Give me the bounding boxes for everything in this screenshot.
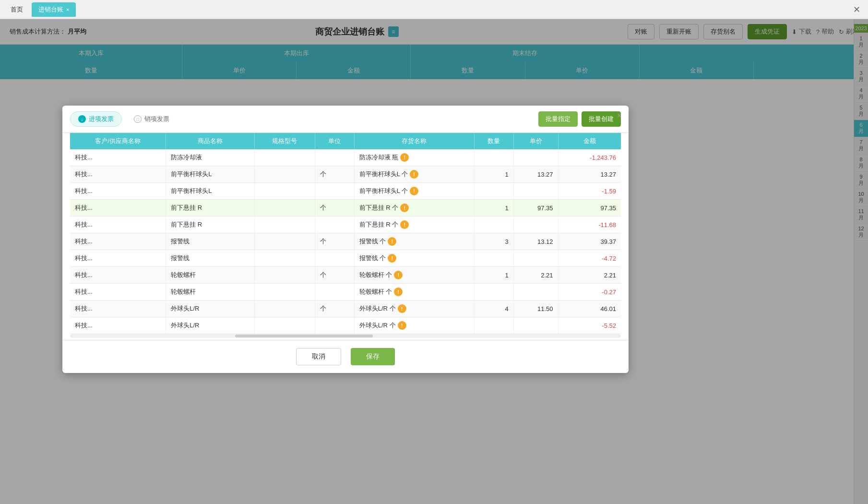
- col-unit: 单位: [315, 133, 355, 149]
- cell-unit: 个: [315, 200, 355, 216]
- warning-icon: !: [394, 288, 403, 296]
- cell-inventory: 外球头L/R 个!: [354, 300, 474, 317]
- cell-amount: -11.68: [558, 216, 621, 233]
- cell-product: 外球头L/R: [166, 300, 254, 317]
- cell-unit-price: 2.21: [513, 267, 558, 284]
- col-amount: 金额: [558, 133, 621, 149]
- cell-amount: 46.01: [558, 300, 621, 317]
- cell-product: 前下悬挂 R: [166, 200, 254, 216]
- cell-qty: 4: [475, 300, 514, 317]
- batch-create-button[interactable]: 批量创建: [582, 111, 621, 127]
- cell-company: 科技...: [70, 149, 166, 166]
- cell-unit: [315, 149, 355, 166]
- cell-unit: [315, 216, 355, 233]
- tab-ledger-label: 进销台账: [38, 5, 63, 14]
- modal-close-button[interactable]: ×: [617, 111, 622, 120]
- cell-unit-price: [513, 149, 558, 166]
- cell-inventory: 防冻冷却液 瓶!: [354, 149, 474, 166]
- cell-unit-price: 97.35: [513, 200, 558, 216]
- cell-qty: 1: [475, 267, 514, 284]
- table-row: 科技... 轮毂螺杆 轮毂螺杆 个! -0.27: [70, 284, 621, 300]
- warning-icon: !: [400, 220, 409, 229]
- cell-company: 科技...: [70, 317, 166, 334]
- tab-ledger-close[interactable]: ×: [66, 7, 69, 12]
- cell-spec: [254, 233, 315, 250]
- cell-qty: 3: [475, 233, 514, 250]
- cell-inventory: 报警线 个!: [354, 233, 474, 250]
- save-button[interactable]: 保存: [351, 348, 395, 365]
- cell-product: 轮毂螺杆: [166, 284, 254, 300]
- tab-incoming-invoice[interactable]: ↓ 进项发票: [70, 111, 122, 127]
- cell-amount: -4.72: [558, 250, 621, 267]
- cell-company: 科技...: [70, 267, 166, 284]
- cell-amount: 2.21: [558, 267, 621, 284]
- col-company: 客户/供应商名称: [70, 133, 166, 149]
- cancel-button[interactable]: 取消: [296, 348, 341, 365]
- cell-spec: [254, 216, 315, 233]
- cell-company: 科技...: [70, 200, 166, 216]
- warning-icon: !: [410, 187, 418, 195]
- cell-inventory: 前下悬挂 R 个!: [354, 200, 474, 216]
- cell-qty: [475, 216, 514, 233]
- tab-bar: 首页 进销台账 × ✕: [0, 0, 868, 19]
- tab-home[interactable]: 首页: [4, 2, 30, 17]
- warning-icon: !: [400, 204, 409, 212]
- window-close-button[interactable]: ✕: [849, 2, 864, 17]
- outgoing-tab-icon: □: [134, 115, 142, 123]
- cell-amount: -5.52: [558, 317, 621, 334]
- cell-unit-price: [513, 317, 558, 334]
- cell-amount: -1.59: [558, 183, 621, 200]
- invoice-table: 客户/供应商名称 商品名称 规格型号 单位 存货名称 数量 单价 金额 科技..…: [70, 133, 621, 334]
- table-row: 科技... 外球头L/R 个 外球头L/R 个! 4 11.50 46.01: [70, 300, 621, 317]
- warning-icon: !: [398, 304, 406, 313]
- table-scrollbar-thumb[interactable]: [235, 335, 373, 337]
- modal-table-container[interactable]: 客户/供应商名称 商品名称 规格型号 单位 存货名称 数量 单价 金额 科技..…: [62, 133, 629, 334]
- cell-spec: [254, 317, 315, 334]
- cell-product: 前下悬挂 R: [166, 216, 254, 233]
- table-row: 科技... 前下悬挂 R 前下悬挂 R 个! -11.68: [70, 216, 621, 233]
- batch-assign-button[interactable]: 批量指定: [538, 111, 578, 127]
- table-row: 科技... 前平衡杆球头L 个 前平衡杆球头L 个! 1 13.27 13.27: [70, 166, 621, 183]
- warning-icon: !: [400, 153, 409, 162]
- cell-amount: 39.37: [558, 233, 621, 250]
- cell-product: 前平衡杆球头L: [166, 166, 254, 183]
- warning-icon: !: [394, 271, 403, 279]
- cell-unit-price: 13.12: [513, 233, 558, 250]
- cell-company: 科技...: [70, 284, 166, 300]
- col-qty: 数量: [475, 133, 514, 149]
- cell-unit: [315, 250, 355, 267]
- cell-product: 轮毂螺杆: [166, 267, 254, 284]
- table-row: 科技... 防冻冷却液 防冻冷却液 瓶! -1,243.76: [70, 149, 621, 166]
- cell-unit: 个: [315, 300, 355, 317]
- tab-ledger[interactable]: 进销台账 ×: [32, 2, 76, 17]
- cell-amount: -0.27: [558, 284, 621, 300]
- cell-product: 外球头L/R: [166, 317, 254, 334]
- cell-qty: [475, 317, 514, 334]
- modal-actions: 批量指定 批量创建: [538, 111, 621, 127]
- cell-company: 科技...: [70, 183, 166, 200]
- cell-spec: [254, 267, 315, 284]
- cell-inventory: 轮毂螺杆 个!: [354, 284, 474, 300]
- tab-outgoing-invoice[interactable]: □ 销项发票: [126, 111, 178, 127]
- cell-unit: [315, 317, 355, 334]
- table-scrollbar-track[interactable]: [70, 334, 621, 338]
- table-row: 科技... 外球头L/R 外球头L/R 个! -5.52: [70, 317, 621, 334]
- table-row: 科技... 前下悬挂 R 个 前下悬挂 R 个! 1 97.35 97.35: [70, 200, 621, 216]
- cell-product: 报警线: [166, 250, 254, 267]
- cell-spec: [254, 200, 315, 216]
- cell-unit-price: [513, 183, 558, 200]
- cell-qty: 1: [475, 200, 514, 216]
- cell-unit-price: [513, 250, 558, 267]
- col-inventory: 存货名称: [354, 133, 474, 149]
- cell-amount: -1,243.76: [558, 149, 621, 166]
- cell-unit-price: [513, 284, 558, 300]
- modal-footer: 取消 保存: [62, 340, 629, 373]
- cell-company: 科技...: [70, 233, 166, 250]
- cell-unit: 个: [315, 233, 355, 250]
- table-row: 科技... 轮毂螺杆 个 轮毂螺杆 个! 1 2.21 2.21: [70, 267, 621, 284]
- cell-spec: [254, 250, 315, 267]
- cell-unit-price: [513, 216, 558, 233]
- main-area: 销售成本计算方法： 月平均 商贸企业进销台账 ≡ 对账 重新开账 存货别名 生成…: [0, 19, 868, 504]
- cell-product: 防冻冷却液: [166, 149, 254, 166]
- cell-amount: 13.27: [558, 166, 621, 183]
